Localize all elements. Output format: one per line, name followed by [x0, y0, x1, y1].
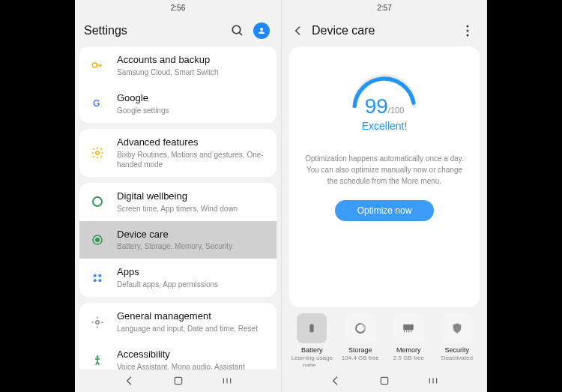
- settings-row-google[interactable]: G Google Google settings: [79, 85, 277, 123]
- svg-line-1: [239, 32, 242, 35]
- settings-screen: 2:56 Settings Accounts and backup Samsun…: [75, 0, 281, 392]
- nav-back[interactable]: [324, 373, 347, 388]
- row-sub: Samsung Cloud, Smart Switch: [117, 67, 268, 77]
- row-title: General management: [117, 310, 268, 323]
- row-title: Google: [117, 92, 268, 105]
- header: Device care: [282, 15, 487, 46]
- row-sub: Bixby Routines, Motions and gestures, On…: [117, 150, 268, 169]
- tile-storage[interactable]: Storage 104.4 GB free: [338, 313, 384, 367]
- svg-rect-27: [404, 325, 414, 331]
- status-bar: 2:56: [75, 0, 281, 15]
- row-sub: Language and input, Date and time, Reset: [117, 324, 268, 334]
- battery-icon: [297, 313, 327, 343]
- score-label: Excellent!: [362, 120, 408, 132]
- svg-point-7: [96, 151, 100, 154]
- score-card: 99/100 Excellent! Optimization happens a…: [289, 46, 480, 307]
- gear-adv-icon: [88, 144, 106, 162]
- row-title: Digital wellbeing: [117, 190, 268, 203]
- tile-battery[interactable]: Battery Learning usage patte...: [289, 313, 335, 367]
- account-avatar[interactable]: [251, 20, 272, 41]
- tile-memory[interactable]: Memory 2.5 GB free: [386, 313, 432, 367]
- nav-back[interactable]: [118, 373, 141, 388]
- tile-security[interactable]: Security Deactivated: [435, 313, 480, 367]
- nav-home[interactable]: [167, 373, 190, 388]
- tile-title: Storage: [338, 346, 384, 354]
- svg-point-3: [92, 63, 97, 67]
- svg-point-8: [93, 197, 102, 206]
- svg-point-15: [96, 321, 100, 325]
- storage-icon: [345, 313, 375, 343]
- device-care-body: 99/100 Excellent! Optimization happens a…: [282, 46, 487, 370]
- row-title: Device care: [117, 229, 268, 241]
- row-sub: Screen time, App timers, Wind down: [117, 204, 268, 214]
- shield-icon: [442, 313, 472, 343]
- navbar: [282, 370, 487, 392]
- tile-sub: 2.5 GB free: [386, 355, 432, 367]
- tile-title: Memory: [386, 346, 432, 354]
- svg-point-23: [467, 34, 469, 37]
- settings-row-digital-wellbeing[interactable]: Digital wellbeing Screen time, App timer…: [79, 183, 277, 221]
- settings-row-accessibility[interactable]: Accessibility Voice Assistant, Mono audi…: [79, 341, 277, 370]
- settings-row-accounts-and-backup[interactable]: Accounts and backup Samsung Cloud, Smart…: [79, 46, 277, 85]
- row-sub: Battery, Storage, Memory, Security: [117, 241, 268, 251]
- svg-point-22: [467, 30, 469, 32]
- svg-rect-25: [311, 324, 313, 325]
- row-sub: Google settings: [117, 106, 268, 115]
- description: Optimization happens automatically once …: [298, 153, 471, 187]
- settings-row-apps[interactable]: Apps Default apps, App permissions: [79, 259, 277, 297]
- more-icon[interactable]: [457, 20, 478, 41]
- nav-recent[interactable]: [216, 373, 238, 388]
- row-title: Accounts and backup: [117, 54, 268, 67]
- key-icon: [88, 56, 106, 74]
- svg-point-21: [467, 25, 469, 28]
- row-sub: Default apps, App permissions: [117, 280, 268, 289]
- svg-rect-17: [175, 377, 181, 384]
- google-icon: G: [88, 94, 106, 112]
- header: Settings: [75, 15, 281, 46]
- page-title: Device care: [312, 24, 454, 37]
- settings-row-device-care[interactable]: Device care Battery, Storage, Memory, Se…: [79, 221, 277, 259]
- gauge-icon: [343, 63, 426, 109]
- svg-text:G: G: [93, 98, 100, 109]
- row-title: Accessibility: [117, 349, 268, 361]
- svg-point-10: [96, 238, 100, 242]
- svg-rect-32: [381, 377, 387, 384]
- device-care-icon: [88, 231, 106, 249]
- row-title: Apps: [117, 266, 268, 279]
- device-care-screen: 2:57 Device care 99/100 Excellent! Optim…: [281, 0, 487, 392]
- svg-point-13: [94, 279, 97, 282]
- settings-row-general-management[interactable]: General management Language and input, D…: [79, 303, 277, 341]
- tile-title: Battery: [289, 346, 335, 354]
- optimize-button[interactable]: Optimize now: [335, 200, 435, 221]
- svg-point-11: [94, 274, 97, 277]
- settings-row-advanced-features[interactable]: Advanced features Bixby Routines, Motion…: [79, 129, 277, 177]
- svg-point-2: [260, 28, 263, 31]
- settings-list[interactable]: Accounts and backup Samsung Cloud, Smart…: [75, 46, 281, 370]
- accessibility-icon: [88, 352, 106, 370]
- svg-rect-24: [310, 325, 314, 332]
- nav-recent[interactable]: [422, 373, 444, 388]
- tile-sub: Deactivated: [435, 355, 480, 367]
- row-title: Advanced features: [117, 136, 268, 149]
- svg-point-12: [98, 274, 101, 277]
- page-title: Settings: [84, 24, 224, 37]
- tile-sub: Learning usage patte...: [289, 355, 335, 367]
- circle-icon: [88, 193, 106, 211]
- navbar: [75, 370, 281, 392]
- nav-home[interactable]: [373, 373, 396, 388]
- status-bar: 2:57: [282, 0, 487, 15]
- svg-point-14: [98, 279, 101, 282]
- tile-title: Security: [435, 346, 480, 354]
- memory-icon: [393, 313, 423, 343]
- tiles: Battery Learning usage patte... Storage …: [289, 313, 480, 367]
- tile-sub: 104.4 GB free: [338, 355, 384, 367]
- back-icon[interactable]: [288, 20, 309, 41]
- search-icon[interactable]: [227, 20, 248, 41]
- settings-icon: [88, 313, 106, 331]
- row-sub: Voice Assistant, Mono audio, Assistant: [117, 362, 268, 370]
- svg-point-16: [97, 355, 99, 358]
- apps-icon: [88, 269, 106, 287]
- svg-point-0: [232, 25, 241, 34]
